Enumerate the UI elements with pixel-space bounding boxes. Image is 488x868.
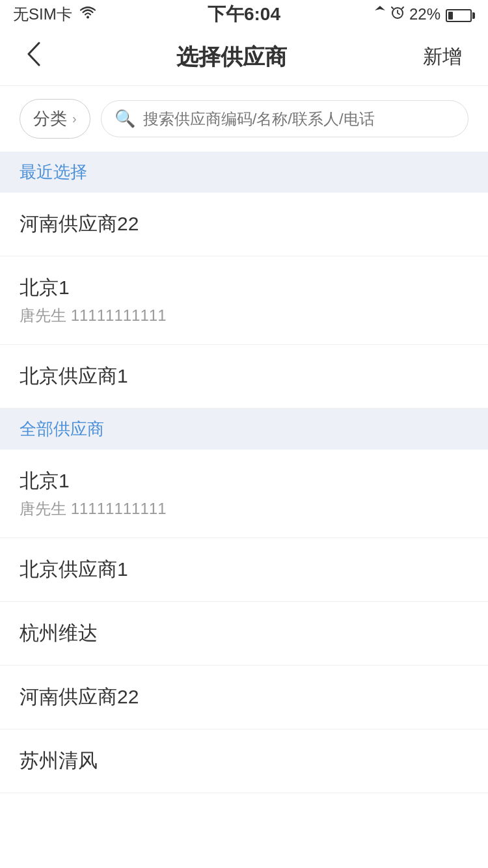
list-item[interactable]: 北京供应商1 <box>0 345 488 409</box>
recent-section-label: 最近选择 <box>20 162 87 182</box>
battery-percent: 22% <box>409 5 441 23</box>
list-item[interactable]: 北京1唐先生 11111111111 <box>0 450 488 538</box>
search-input[interactable] <box>143 110 455 128</box>
recent-list: 河南供应商22北京1唐先生 11111111111北京供应商1 <box>0 193 488 409</box>
item-name: 北京供应商1 <box>20 556 468 583</box>
location-icon <box>374 5 386 23</box>
chevron-right-icon: › <box>72 111 77 126</box>
status-right: 22% <box>374 5 475 23</box>
status-bar: 无SIM卡 下午6:04 <box>0 0 488 29</box>
back-button[interactable] <box>20 35 47 79</box>
all-section-label: 全部供应商 <box>20 419 104 439</box>
status-time: 下午6:04 <box>208 2 280 27</box>
search-area: 分类 › 🔍 <box>0 86 488 152</box>
battery-icon <box>446 5 475 23</box>
wifi-icon <box>79 5 97 23</box>
alarm-icon <box>391 5 404 23</box>
category-label: 分类 <box>33 107 67 130</box>
list-item[interactable]: 北京供应商1 <box>0 538 488 602</box>
list-item[interactable]: 河南供应商22 <box>0 193 488 256</box>
item-name: 杭州维达 <box>20 620 468 647</box>
list-item[interactable]: 杭州维达 <box>0 602 488 666</box>
item-name: 北京1 <box>20 468 468 495</box>
status-left: 无SIM卡 <box>13 4 97 25</box>
add-button[interactable]: 新增 <box>416 37 468 77</box>
item-sub: 唐先生 11111111111 <box>20 305 468 326</box>
recent-section-header: 最近选择 <box>0 152 488 193</box>
svg-point-0 <box>87 16 89 19</box>
item-name: 北京供应商1 <box>20 363 468 390</box>
item-name: 苏州清风 <box>20 748 468 774</box>
carrier-label: 无SIM卡 <box>13 4 72 25</box>
list-item[interactable]: 北京1唐先生 11111111111 <box>0 256 488 345</box>
search-input-wrap: 🔍 <box>101 100 468 137</box>
all-section-header: 全部供应商 <box>0 409 488 450</box>
nav-title: 选择供应商 <box>176 42 287 72</box>
category-button[interactable]: 分类 › <box>20 99 90 139</box>
item-name: 河南供应商22 <box>20 684 468 711</box>
item-sub: 唐先生 11111111111 <box>20 498 468 519</box>
nav-bar: 选择供应商 新增 <box>0 29 488 86</box>
item-name: 北京1 <box>20 275 468 301</box>
all-list: 北京1唐先生 11111111111北京供应商1杭州维达河南供应商22苏州清风 <box>0 450 488 793</box>
list-item[interactable]: 苏州清风 <box>0 729 488 793</box>
item-name: 河南供应商22 <box>20 211 468 237</box>
search-icon: 🔍 <box>115 109 135 129</box>
list-item[interactable]: 河南供应商22 <box>0 666 488 729</box>
